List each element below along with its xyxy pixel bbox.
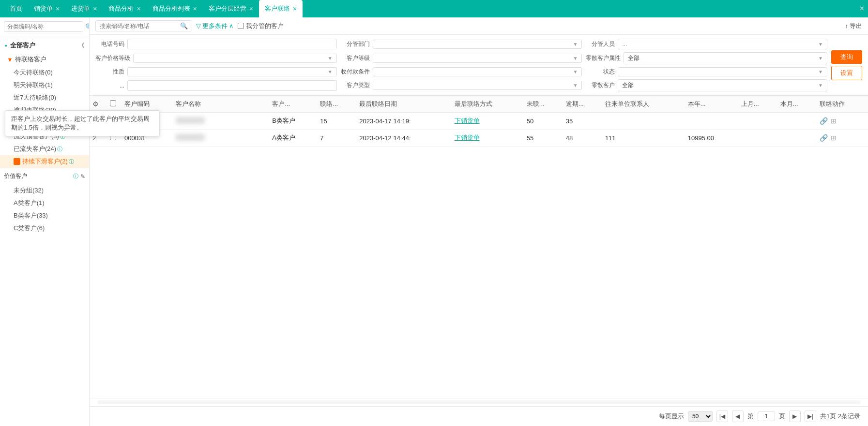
th-contact[interactable]: 联络... [317,96,356,113]
close-customer-contact-tab[interactable]: × [293,0,297,17]
action-icons-2: 🔗 ⊞ [820,134,865,142]
search-icon-main[interactable]: 🔍 [180,22,188,29]
th-name[interactable]: 客户名称 [173,96,269,113]
main-search-input[interactable] [100,23,178,29]
nav-customer-segment[interactable]: 客户分层经营 × [203,0,259,17]
action-link-2[interactable]: 🔗 [820,134,828,142]
customer-grade-select[interactable]: ▼ [373,54,582,63]
th-this-year[interactable]: 本年... [685,96,738,113]
filter-nature: 性质 ▼ [95,67,337,76]
sidebar-item-churned[interactable]: 已流失客户(24) ⓘ [0,143,89,155]
page-suffix: 页 [779,412,785,421]
my-customer-checkbox[interactable]: 我分管的客户 [238,22,284,30]
td-this-month-1 [777,113,817,130]
th-contacts[interactable]: 往来单位联系人 [602,96,685,113]
close-product-analysis-tab[interactable]: × [137,0,140,17]
th-uncontact[interactable]: 未联... [524,96,563,113]
action-link-1[interactable]: 🔗 [820,117,828,125]
info-icon-5: ⓘ [73,173,78,180]
filter-buttons: 查询 设置 [831,39,862,91]
last-way-link-2[interactable]: 下销货单 [455,134,480,141]
sidebar-item-7days[interactable]: 近7天待联络(0) [0,91,89,104]
page-input[interactable] [758,411,775,421]
table-header-row: ⚙ 客户编码 客户名称 客户... [90,96,868,113]
adv-filter: 电话号码 分管部门 ▼ 分管人员 [90,35,868,96]
settings-button[interactable]: 设置 [831,66,862,80]
td-overdue-2: 48 [563,130,602,147]
sidebar-item-tomorrow[interactable]: 明天待联络(1) [0,79,89,91]
dept-select[interactable]: ▼ [373,40,582,49]
filter-manager: 分管人员 ... ▼ [586,39,827,49]
payment-select[interactable]: ▼ [373,67,582,76]
sidebar-item-today[interactable]: 今天待联络(0) [0,66,89,79]
phone-input[interactable] [127,39,337,49]
close-sales-tab[interactable]: × [56,0,60,17]
close-product-list-tab[interactable]: × [193,0,197,17]
horizontal-scrollbar[interactable] [90,398,868,406]
td-this-year-1 [685,113,738,130]
th-overdue[interactable]: 逾期... [563,96,602,113]
nav-product-list[interactable]: 商品分析列表 × [147,0,203,17]
close-all-btn[interactable]: × [860,4,864,13]
main-layout: 🔍 ▪ 全部客户 《 ▼ 待联络客户 今天待联络(0) 明天待联络(1) 近7天… [0,17,868,426]
payment-label: 收付款条件 [341,68,370,76]
info-icon-3: ⓘ [57,146,62,153]
manager-select[interactable]: ... ▼ [618,39,827,49]
th-last-way[interactable]: 最后联络方式 [452,96,524,113]
th-action: 联络动作 [817,96,868,113]
retail-attr-select[interactable]: 全部 ▼ [624,52,827,64]
nav-purchase[interactable]: 进货单 × [65,0,103,17]
first-page-btn[interactable]: |◀ [716,411,728,422]
nav-customer-contact[interactable]: 客户联络 × [259,0,303,17]
sidebar-item-classB[interactable]: B类客户(33) [0,209,89,222]
filter-status: 状态 ▼ [586,67,827,76]
action-grid-2[interactable]: ⊞ [831,134,837,142]
sidebar-item-declining[interactable]: 持续下滑客户(2) ⓘ [0,155,89,168]
nav-product-analysis[interactable]: 商品分析 × [103,0,146,17]
close-purchase-tab[interactable]: × [93,0,97,17]
nav-home[interactable]: 首页 [4,0,28,17]
gear-icon[interactable]: ⚙ [92,100,99,108]
last-page-btn[interactable]: ▶| [805,411,816,422]
prev-page-btn[interactable]: ◀ [732,411,744,422]
sidebar-item-classA[interactable]: A类客户(1) [0,197,89,209]
action-grid-1[interactable]: ⊞ [831,117,837,125]
collapse-btn[interactable]: 《 [78,42,84,50]
nature-label: 性质 [95,68,124,76]
td-action-2: 🔗 ⊞ [817,130,868,147]
sidebar-search-input[interactable] [4,21,83,32]
retail-customer-select[interactable]: 全部 ▼ [618,79,827,91]
my-customer-check[interactable] [238,23,244,29]
more-conditions-btn[interactable]: ▽ 更多条件 ∧ [196,22,234,30]
th-this-month[interactable]: 本月... [777,96,817,113]
status-select[interactable]: ▼ [618,67,827,76]
th-type[interactable]: 客户... [269,96,317,113]
td-type-1: B类客户 [269,113,317,130]
sidebar-item-ungrouped[interactable]: 未分组(32) [0,184,89,197]
next-page-btn[interactable]: ▶ [789,411,801,422]
export-btn[interactable]: ↑ 导出 [845,22,863,30]
nature-select[interactable]: ▼ [127,67,337,76]
per-page-select[interactable]: 50 100 [688,411,713,422]
filter-misc: ... [95,80,337,91]
th-last-date[interactable]: 最后联络日期 [356,96,451,113]
nav-sales[interactable]: 销货单 × [28,0,65,17]
tree-group-waiting[interactable]: ▼ 待联络客户 [0,53,89,66]
th-last-month[interactable]: 上月... [738,96,777,113]
query-button[interactable]: 查询 [831,50,862,64]
customer-type-select[interactable]: ▼ [373,81,582,90]
last-way-link-1[interactable]: 下销货单 [455,117,480,124]
edit-icon[interactable]: ✎ [80,173,85,180]
filter-phone: 电话号码 [95,39,337,49]
select-all-checkbox[interactable] [110,100,116,106]
sidebar-search-icon[interactable]: 🔍 [85,23,90,30]
sidebar-item-classC[interactable]: C类客户(6) [0,222,89,235]
tree-root[interactable]: ▪ 全部客户 《 [0,38,89,53]
price-grade-label: 客户价格等级 [95,54,130,62]
misc-input[interactable] [127,80,337,91]
retail-arr: ▼ [818,56,823,61]
close-customer-segment-tab[interactable]: × [249,0,253,17]
price-grade-select[interactable]: ▼ [133,54,337,63]
info-icon-4: ⓘ [69,158,74,165]
filter-icon: ▽ [196,22,201,29]
